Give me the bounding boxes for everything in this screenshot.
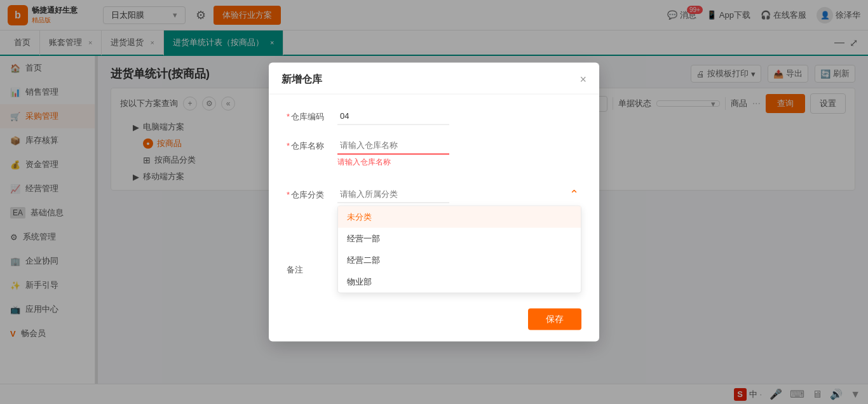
add-warehouse-modal: 新增仓库 × 仓库编码 仓库名称 请输入仓库名称 仓库分类 ⌃ bbox=[269, 63, 599, 342]
modal-close-btn[interactable]: × bbox=[580, 73, 587, 86]
dropdown-item-dept1[interactable]: 经营一部 bbox=[338, 228, 581, 250]
warehouse-category-row: 仓库分类 ⌃ 未分类 经营一部 经营二部 物业部 bbox=[287, 185, 581, 203]
modal-title: 新增仓库 bbox=[281, 73, 322, 86]
category-dropdown-btn[interactable]: ⌃ bbox=[569, 187, 579, 201]
save-btn[interactable]: 保存 bbox=[528, 309, 581, 330]
modal-footer: 保存 bbox=[269, 302, 599, 342]
dropdown-item-property[interactable]: 物业部 bbox=[338, 271, 581, 293]
warehouse-code-wrapper bbox=[337, 107, 581, 125]
warehouse-code-row: 仓库编码 bbox=[287, 107, 581, 125]
modal-header: 新增仓库 × bbox=[269, 63, 599, 95]
warehouse-name-wrapper: 请输入仓库名称 bbox=[337, 137, 581, 168]
warehouse-category-input[interactable] bbox=[337, 185, 449, 203]
warehouse-name-row: 仓库名称 请输入仓库名称 bbox=[287, 137, 581, 168]
remark-label: 备注 bbox=[287, 260, 337, 276]
warehouse-category-label: 仓库分类 bbox=[287, 185, 337, 201]
warehouse-name-label: 仓库名称 bbox=[287, 137, 337, 152]
warehouse-name-input[interactable] bbox=[337, 137, 449, 155]
warehouse-code-input[interactable] bbox=[337, 107, 449, 125]
warehouse-category-wrapper: ⌃ 未分类 经营一部 经营二部 物业部 bbox=[337, 185, 581, 203]
warehouse-name-error-msg: 请输入仓库名称 bbox=[337, 157, 581, 168]
modal-body: 仓库编码 仓库名称 请输入仓库名称 仓库分类 ⌃ 未分类 bbox=[269, 95, 599, 302]
chevron-up-icon: ⌃ bbox=[569, 187, 579, 201]
dropdown-item-dept2[interactable]: 经营二部 bbox=[338, 250, 581, 271]
category-dropdown-list: 未分类 经营一部 经营二部 物业部 bbox=[337, 206, 581, 293]
warehouse-code-label: 仓库编码 bbox=[287, 107, 337, 123]
dropdown-item-uncategorized[interactable]: 未分类 bbox=[338, 206, 581, 228]
